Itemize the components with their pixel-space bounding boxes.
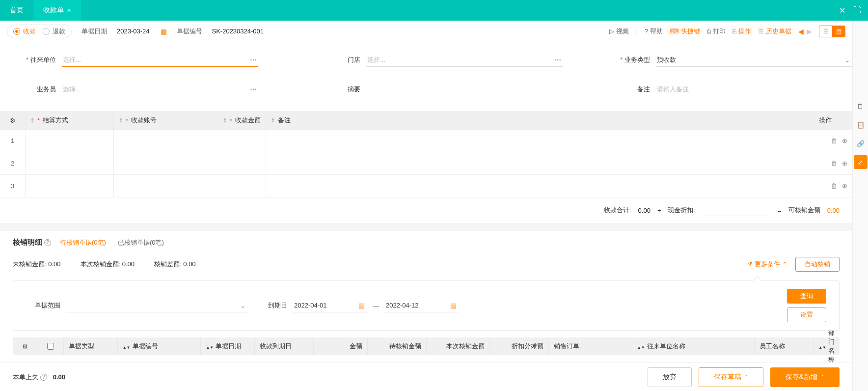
rail-expand-icon[interactable]: ⤢: [854, 155, 868, 169]
query-button[interactable]: 查询: [787, 289, 826, 304]
table-row[interactable]: 3 🗑⊕: [0, 174, 852, 197]
col-amount[interactable]: ▲▼*收款金额: [202, 112, 266, 129]
save-and-new-button[interactable]: 保存&新增⌃: [770, 367, 840, 387]
tab-home[interactable]: 首页: [0, 0, 33, 21]
col-order[interactable]: 销售订单: [549, 337, 632, 355]
row-index: 2: [0, 152, 26, 174]
cell[interactable]: [202, 152, 266, 174]
video-link[interactable]: ▷ 视频: [609, 27, 629, 36]
add-row-icon[interactable]: ⊕: [842, 160, 847, 167]
view-list-icon[interactable]: ☰: [819, 26, 832, 37]
cell[interactable]: [114, 175, 202, 197]
col-no[interactable]: ▲▼单据编号: [118, 337, 201, 355]
table-row[interactable]: 1 🗑⊕: [0, 129, 852, 152]
more-conditions[interactable]: ⧩更多条件⌃: [747, 260, 787, 269]
col-remark[interactable]: ▲▼备注: [266, 112, 798, 129]
radio-receive[interactable]: 收款: [13, 27, 36, 36]
cell[interactable]: [26, 130, 114, 152]
col-date[interactable]: ▲▼单据日期: [201, 337, 255, 355]
shortcut-link[interactable]: ⌨ 快捷键: [670, 27, 700, 36]
add-row-icon[interactable]: ⊕: [842, 182, 847, 190]
col-method[interactable]: ▲▼*结算方式: [26, 112, 114, 129]
tab-pending[interactable]: 待核销单据(0笔): [60, 238, 106, 247]
date-to-input[interactable]: [385, 299, 459, 312]
filter-settings-button[interactable]: 设置: [787, 307, 826, 322]
picker-icon[interactable]: ⋯: [250, 56, 257, 64]
window-close-icon[interactable]: ✕: [839, 6, 845, 15]
help-icon[interactable]: ?: [44, 239, 51, 246]
rail-note-icon[interactable]: 🗒: [854, 99, 868, 113]
fullscreen-icon[interactable]: ⛶: [853, 6, 861, 15]
auto-verify-button[interactable]: 自动核销: [795, 257, 840, 272]
prev-record-icon[interactable]: ◀: [798, 28, 804, 35]
rail-clip-icon[interactable]: 📋: [854, 118, 868, 132]
table-config-icon[interactable]: ⚙: [0, 112, 26, 129]
history-link[interactable]: ☰ 历史单据: [758, 27, 791, 36]
chevron-down-icon[interactable]: ⌄: [240, 302, 246, 309]
cell[interactable]: [26, 175, 114, 197]
cell[interactable]: [26, 152, 114, 174]
calendar-icon[interactable]: ▦: [161, 28, 167, 35]
discount-input[interactable]: [702, 204, 771, 216]
col-disc[interactable]: 折扣分摊额: [490, 337, 549, 355]
picker-icon[interactable]: ⋯: [554, 56, 562, 64]
record-nav: ◀ ▶: [798, 28, 812, 35]
row-ops: 🗑⊕: [798, 152, 852, 174]
select-all-checkbox[interactable]: [47, 343, 54, 350]
help-link[interactable]: ? 帮助: [645, 27, 663, 36]
cell[interactable]: [266, 175, 798, 197]
delete-row-icon[interactable]: 🗑: [831, 137, 837, 144]
seller-input[interactable]: [62, 83, 258, 96]
top-tab-bar: 首页 收款单 ✕ ✕ ⛶: [0, 0, 868, 21]
help-icon[interactable]: ?: [40, 374, 47, 381]
discard-button[interactable]: 放弃: [648, 367, 692, 387]
cell[interactable]: [114, 152, 202, 174]
col-supplier[interactable]: ▲▼往来单位名称: [632, 337, 755, 355]
col-pending[interactable]: 待核销金额: [368, 337, 427, 355]
col-dept[interactable]: ▲▼部门名称: [814, 337, 840, 355]
writeoff-value: 0.00: [827, 207, 840, 214]
next-record-icon[interactable]: ▶: [807, 28, 812, 35]
supplier-input[interactable]: [62, 53, 258, 67]
page-body: 收款 退款 单据日期 2023-03-24 ▦ 单据编号 SK-20230324…: [0, 21, 852, 391]
store-input[interactable]: [366, 53, 563, 67]
table-row[interactable]: 2 🗑⊕: [0, 152, 852, 174]
delete-row-icon[interactable]: 🗑: [831, 160, 837, 167]
remark-input[interactable]: [656, 83, 852, 96]
col-emp[interactable]: 员工名称: [755, 337, 814, 355]
doc-date-value[interactable]: 2023-03-24: [117, 28, 150, 35]
stat-diff: 核销差额: 0.00: [154, 260, 196, 269]
add-row-icon[interactable]: ⊕: [842, 137, 847, 144]
stat-unwrite: 未核销金额: 0.00: [13, 260, 61, 269]
col-due[interactable]: 收款到期日: [255, 337, 314, 355]
calendar-icon[interactable]: ▦: [450, 302, 457, 309]
date-from-input[interactable]: [293, 299, 367, 312]
range-select[interactable]: [66, 299, 248, 312]
tab-close-icon[interactable]: ✕: [67, 7, 71, 14]
col-amount[interactable]: 金额: [314, 337, 368, 355]
table-config-icon[interactable]: ⚙: [13, 337, 38, 355]
cell[interactable]: [266, 130, 798, 152]
delete-row-icon[interactable]: 🗑: [831, 182, 837, 190]
save-draft-button[interactable]: 保存草稿⌃: [699, 367, 763, 387]
picker-icon[interactable]: ⋯: [250, 85, 257, 93]
cell[interactable]: [202, 130, 266, 152]
summary-input[interactable]: [366, 83, 563, 96]
operate-link[interactable]: ⎘ 操作: [732, 27, 751, 36]
select-all[interactable]: [38, 337, 64, 355]
radio-refund[interactable]: 退款: [43, 27, 65, 36]
chevron-down-icon[interactable]: ⌄: [844, 56, 850, 64]
calendar-icon[interactable]: ▦: [358, 302, 365, 309]
tab-current[interactable]: 收款单 ✕: [33, 0, 81, 21]
tab-done[interactable]: 已核销单据(0笔): [118, 238, 164, 247]
cell[interactable]: [114, 130, 202, 152]
cell[interactable]: [202, 175, 266, 197]
print-link[interactable]: ⎙ 打印: [707, 27, 726, 36]
rail-link-icon[interactable]: 🔗: [854, 137, 868, 150]
col-thistime[interactable]: 本次核销金额: [427, 337, 490, 355]
col-account[interactable]: ▲▼*收款账号: [114, 112, 202, 129]
view-form-icon[interactable]: ▤: [832, 26, 845, 37]
biztype-input[interactable]: [656, 53, 852, 67]
cell[interactable]: [266, 152, 798, 174]
col-type[interactable]: 单据类型: [64, 337, 118, 355]
